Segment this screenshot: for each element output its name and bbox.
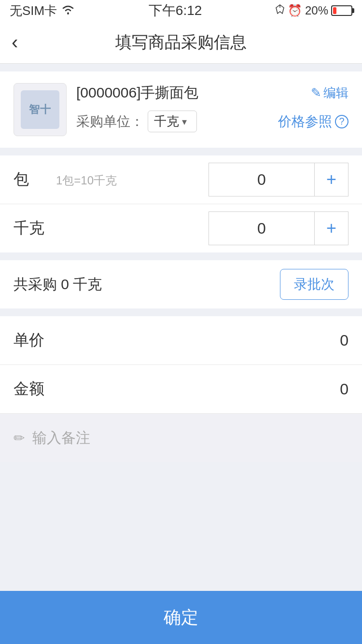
battery-percent: 20% <box>305 4 328 17</box>
summary-text: 共采购 0 千克 <box>14 275 102 294</box>
bag-input-section: 包 1包=10千克 0 + <box>0 155 362 204</box>
product-image: 智十 <box>14 83 67 136</box>
unit-price-row: 单价 0 <box>0 316 362 364</box>
batch-button[interactable]: 录批次 <box>280 269 348 300</box>
carrier-text: 无SIM卡 <box>10 2 57 19</box>
edit-icon: ✎ <box>311 85 321 100</box>
bag-label: 包 <box>14 169 52 190</box>
unit-price-label: 单价 <box>14 330 44 351</box>
kg-number-input[interactable]: 0 <box>209 211 315 245</box>
kg-plus-button[interactable]: + <box>315 211 348 245</box>
edit-button[interactable]: ✎ 编辑 <box>311 84 348 101</box>
summary-divider <box>0 308 362 316</box>
product-unit-row: 采购单位： 千克 ▾ 价格参照 ? <box>76 111 348 132</box>
unit-select[interactable]: 千克 ▾ <box>148 111 197 132</box>
product-info: [0000006]手撕面包 ✎ 编辑 采购单位： 千克 ▾ <box>76 83 348 132</box>
remark-placeholder: 输入备注 <box>32 428 90 448</box>
top-divider <box>0 64 362 71</box>
bag-number-input[interactable]: 0 <box>209 163 315 196</box>
back-button[interactable]: ‹ <box>12 31 18 53</box>
kg-input-section: 千克 0 + <box>0 204 362 252</box>
product-card: 智十 [0000006]手撕面包 ✎ 编辑 采购单位： 千克 ▾ <box>0 71 362 148</box>
svg-point-0 <box>67 13 69 14</box>
price-ref-label: 价格参照 <box>278 112 332 131</box>
battery-icon <box>331 5 352 16</box>
unit-label: 采购单位： <box>76 112 144 131</box>
location-icon <box>275 4 285 17</box>
summary-row: 共采购 0 千克 录批次 <box>0 260 362 308</box>
product-header: [0000006]手撕面包 ✎ 编辑 <box>76 83 348 103</box>
empty-space <box>0 462 362 607</box>
bag-input-row: 包 1包=10千克 0 + <box>0 155 362 204</box>
amount-value: 0 <box>340 380 348 398</box>
edit-label: 编辑 <box>323 84 348 101</box>
bag-sublabel: 1包=10千克 <box>56 173 117 188</box>
kg-label: 千克 <box>14 218 52 239</box>
price-ref-icon: ? <box>335 115 348 128</box>
unit-price-value: 0 <box>340 332 348 350</box>
unit-value: 千克 <box>154 113 179 130</box>
unit-dropdown-arrow: ▾ <box>182 116 187 127</box>
status-bar: 无SIM卡 下午6:12 ⏰ 20% <box>0 0 362 21</box>
card-divider <box>0 148 362 155</box>
pencil-icon: ✏ <box>14 430 25 446</box>
nav-bar: ‹ 填写商品采购信息 <box>0 21 362 64</box>
wifi-icon <box>61 3 75 18</box>
status-right: ⏰ 20% <box>275 4 352 17</box>
kg-input-row: 千克 0 + <box>0 204 362 252</box>
bag-input-right: 0 + <box>209 163 348 196</box>
bag-plus-button[interactable]: + <box>315 163 348 196</box>
product-name: [0000006]手撕面包 <box>76 83 198 103</box>
product-image-text: 智十 <box>21 90 59 129</box>
confirm-button[interactable]: 确定 <box>0 591 362 644</box>
amount-label: 金额 <box>14 378 44 400</box>
page-title: 填写商品采购信息 <box>115 31 247 54</box>
price-ref-button[interactable]: 价格参照 ? <box>278 112 348 131</box>
kg-input-right: 0 + <box>209 211 348 245</box>
alarm-icon: ⏰ <box>288 4 302 17</box>
status-left: 无SIM卡 <box>10 2 75 19</box>
input-divider <box>0 252 362 260</box>
remark-section[interactable]: ✏ 输入备注 <box>0 414 362 462</box>
price-info-section: 单价 0 金额 0 <box>0 316 362 413</box>
amount-row: 金额 0 <box>0 365 362 413</box>
status-time: 下午6:12 <box>149 1 202 20</box>
